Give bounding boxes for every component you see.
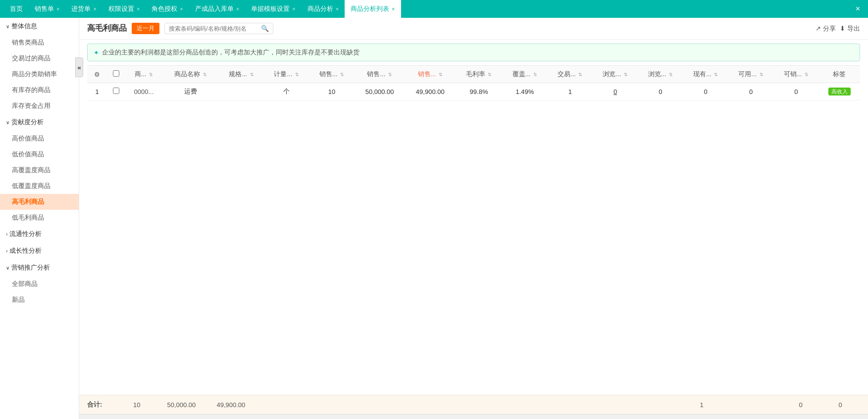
col-sales-profit[interactable]: 销售... ⇅ — [405, 66, 456, 83]
select-all-checkbox[interactable] — [113, 70, 119, 77]
time-filter-button[interactable]: 近一月 — [132, 23, 159, 34]
nav-sales-order[interactable]: 销售单 × — [29, 0, 65, 18]
page-title: 高毛利商品 — [87, 23, 127, 34]
sidebar-item-traded-products[interactable]: 交易过的商品 — [0, 50, 79, 66]
footer-available-stock: 0 — [820, 401, 860, 409]
cell-unit: 个 — [264, 83, 309, 100]
sidebar-item-stocked-products[interactable]: 有库存的商品 — [0, 82, 79, 98]
cell-views1[interactable]: 0 — [593, 83, 638, 100]
col-sales-amount[interactable]: 销售... ⇅ — [355, 66, 405, 83]
cell-sales-amount: 50,000.00 — [355, 83, 405, 100]
sidebar-item-high-value[interactable]: 高价值商品 — [0, 131, 79, 146]
content-area: 高毛利商品 近一月 🔍 ↗ 分享 ⬇ 导出 ✦ 企业的主要的利润都是这部分 — [79, 18, 868, 419]
settings-icon[interactable]: ⚙ — [94, 71, 100, 78]
cell-name[interactable]: 运费 — [162, 83, 218, 100]
cell-current-stock: 0 — [683, 83, 728, 100]
search-input[interactable] — [169, 25, 261, 32]
nav-product-inbound[interactable]: 产成品入库单 × — [189, 0, 245, 18]
nav-close-icon[interactable]: × — [336, 6, 339, 12]
col-current-stock[interactable]: 现有... ⇅ — [683, 66, 728, 83]
sidebar-group-liquidity[interactable]: › 流通性分析 — [0, 226, 79, 242]
table-row: 1 0000... 运费 个 10 50,000.00 49,900.00 99… — [87, 83, 860, 100]
footer-sales-profit: 49,900.00 — [206, 401, 255, 409]
cell-transactions: 1 — [548, 83, 593, 100]
info-bar: ✦ 企业的主要的利润都是这部分商品创造的，可考虑加大推广，同时关注库存是不要出现… — [87, 44, 860, 61]
sidebar-group-contribution[interactable]: ∨ 贡献度分析 — [0, 114, 79, 131]
chevron-down-icon: ∨ — [6, 24, 9, 29]
chevron-down-icon: ∨ — [6, 265, 9, 271]
sidebar: ∨ 整体信息 销售类商品 交易过的商品 商品分类助销率 有库存的商品 库存资金占… — [0, 18, 79, 419]
table-header-row: ⚙ 商... ⇅ 商品名称 ⇅ 规格... ⇅ — [87, 66, 860, 83]
nav-template-settings[interactable]: 单据模板设置 × — [245, 0, 301, 18]
col-available-stock[interactable]: 可用... ⇅ — [728, 66, 773, 83]
footer-sales-qty: 10 — [117, 401, 156, 409]
nav-close-icon[interactable]: × — [137, 6, 140, 12]
nav-purchase-order[interactable]: 进货单 × — [65, 0, 102, 18]
sidebar-item-category-assist-rate[interactable]: 商品分类助销率 — [0, 66, 79, 82]
content-header: 高毛利商品 近一月 🔍 ↗ 分享 ⬇ 导出 — [79, 18, 868, 40]
products-table: ⚙ 商... ⇅ 商品名称 ⇅ 规格... ⇅ — [87, 65, 860, 100]
col-coverage[interactable]: 覆盖... ⇅ — [502, 66, 547, 83]
main-area: ∨ 整体信息 销售类商品 交易过的商品 商品分类助销率 有库存的商品 库存资金占… — [0, 18, 868, 419]
nav-product-analysis-list[interactable]: 商品分析列表 × — [345, 0, 401, 18]
sidebar-group-overall-info[interactable]: ∨ 整体信息 — [0, 18, 79, 35]
cell-views2: 0 — [638, 83, 683, 100]
header-actions: ↗ 分享 ⬇ 导出 — [816, 24, 860, 33]
chevron-right-icon: › — [6, 248, 7, 254]
sidebar-item-sales-products[interactable]: 销售类商品 — [0, 35, 79, 50]
row-checkbox[interactable] — [113, 88, 119, 94]
window-close-button[interactable]: × — [852, 4, 864, 13]
col-transactions[interactable]: 交易... ⇅ — [548, 66, 593, 83]
chevron-right-icon: › — [6, 232, 7, 237]
sidebar-group-marketing[interactable]: ∨ 营销推广分析 — [0, 259, 79, 276]
sidebar-item-all-products[interactable]: 全部商品 — [0, 276, 79, 292]
col-gross-margin[interactable]: 毛利率 ⇅ — [456, 66, 502, 83]
share-icon: ↗ — [816, 25, 821, 32]
export-icon: ⬇ — [840, 25, 845, 32]
sidebar-item-low-value[interactable]: 低价值商品 — [0, 146, 79, 162]
col-name[interactable]: 商品名称 ⇅ — [162, 66, 218, 83]
col-views1[interactable]: 浏览... ⇅ — [593, 66, 638, 83]
footer-sales-amount: 50,000.00 — [156, 401, 206, 409]
nav-role-auth[interactable]: 角色授权 × — [146, 0, 189, 18]
col-index: ⚙ — [87, 66, 107, 83]
cell-tag: 高收入 — [818, 83, 860, 100]
col-spec[interactable]: 规格... ⇅ — [219, 66, 264, 83]
col-sales-qty[interactable]: 销售... ⇅ — [309, 66, 354, 83]
sidebar-item-inventory-capital[interactable]: 库存资金占用 — [0, 98, 79, 114]
cell-sales-qty: 10 — [309, 83, 354, 100]
top-navigation: 首页 销售单 × 进货单 × 权限设置 × 角色授权 × 产成品入库单 × 单据… — [0, 0, 868, 18]
share-button[interactable]: ↗ 分享 — [816, 24, 836, 33]
nav-close-icon[interactable]: × — [292, 6, 295, 12]
nav-permissions[interactable]: 权限设置 × — [102, 0, 146, 18]
nav-home[interactable]: 首页 — [4, 0, 29, 18]
nav-close-icon[interactable]: × — [236, 6, 239, 12]
sidebar-item-new-products[interactable]: 新品 — [0, 292, 79, 308]
table-footer: 合计: 10 50,000.00 49,900.00 1 0 0 — [79, 395, 868, 414]
nav-close-icon[interactable]: × — [56, 6, 59, 12]
sidebar-item-low-margin[interactable]: 低毛利商品 — [0, 210, 79, 226]
sidebar-collapse-button[interactable]: « — [75, 57, 83, 77]
col-tag: 标签 — [818, 66, 860, 83]
nav-close-icon[interactable]: × — [93, 6, 96, 12]
sidebar-item-high-margin[interactable]: 高毛利商品 — [0, 194, 79, 210]
cell-coverage: 1.49% — [502, 83, 547, 100]
nav-product-analysis[interactable]: 商品分析 × — [302, 0, 345, 18]
export-button[interactable]: ⬇ 导出 — [840, 24, 860, 33]
cell-sales-profit: 49,900.00 — [405, 83, 456, 100]
col-sellable-stock[interactable]: 可销... ⇅ — [773, 66, 818, 83]
search-box: 🔍 — [164, 23, 273, 34]
cell-checkbox[interactable] — [107, 83, 125, 100]
cell-code[interactable]: 0000... — [125, 83, 163, 100]
horizontal-scrollbar[interactable] — [79, 414, 868, 419]
sidebar-item-high-coverage[interactable]: 高覆盖度商品 — [0, 162, 79, 178]
col-code[interactable]: 商... ⇅ — [125, 66, 163, 83]
nav-close-icon[interactable]: × — [180, 6, 183, 12]
sidebar-group-growth[interactable]: › 成长性分析 — [0, 242, 79, 259]
col-unit[interactable]: 计量... ⇅ — [264, 66, 309, 83]
sidebar-item-low-coverage[interactable]: 低覆盖度商品 — [0, 178, 79, 194]
cell-sellable-stock: 0 — [773, 83, 818, 100]
nav-close-active-icon[interactable]: × — [392, 6, 395, 12]
search-icon[interactable]: 🔍 — [261, 25, 269, 32]
col-views2[interactable]: 浏览... ⇅ — [638, 66, 683, 83]
